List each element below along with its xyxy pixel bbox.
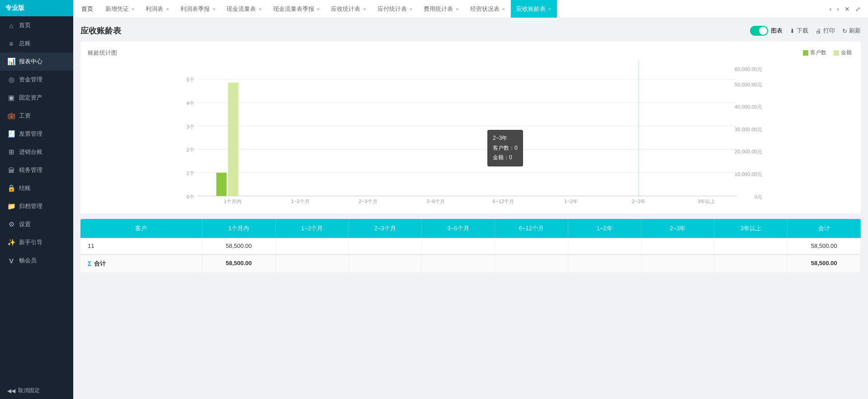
sidebar-item-vip[interactable]: V 畅会员 (0, 252, 73, 270)
svg-text:1个月内: 1个月内 (224, 199, 241, 204)
svg-text:3个: 3个 (187, 124, 194, 129)
tab-close-payable-stats[interactable]: × (410, 6, 412, 12)
tab-close-profit-quarter[interactable]: × (212, 6, 215, 12)
sidebar-item-tax[interactable]: 🏛 税务管理 (0, 161, 73, 179)
chart-svg-container: 0个 1个 2个 3个 4个 5个 0元 10,000.00元 20,000.0… (88, 61, 854, 205)
chart-toggle[interactable]: 图表 (750, 26, 783, 36)
tab-expense-stats[interactable]: 费用统计表 × (418, 0, 464, 18)
tab-home[interactable]: 首页 (75, 0, 100, 18)
bar-m1-amount (228, 83, 238, 196)
tab-close-cashflow-quarter[interactable]: × (317, 6, 320, 12)
sidebar-item-settings[interactable]: ⚙ 设置 (0, 215, 73, 233)
sidebar-item-inventory[interactable]: ⊞ 进销台账 (0, 143, 73, 161)
download-button[interactable]: ⬇ 下载 (790, 27, 808, 35)
th-customer: 客户 (80, 219, 203, 238)
refresh-button[interactable]: ↻ 刷新 (842, 27, 861, 35)
guide-icon: ✨ (7, 238, 15, 247)
vip-icon: V (7, 257, 15, 265)
tab-close-expense-stats[interactable]: × (456, 6, 458, 12)
sidebar-item-label: 结账 (19, 184, 31, 192)
svg-text:60,000.00元: 60,000.00元 (735, 66, 762, 72)
tab-close-cashflow[interactable]: × (259, 6, 261, 12)
tab-next-button[interactable]: › (835, 5, 841, 14)
tab-receivable-stats[interactable]: 应收统计表 × (326, 0, 372, 18)
td-total: 58,500.00 (788, 238, 861, 254)
sidebar-item-invoice[interactable]: 🧾 发票管理 (0, 125, 73, 143)
table-header: 客户 1个月内 1~2个月 2~3个月 3~6个月 6~12个月 1~2年 2~… (80, 219, 861, 238)
sidebar-item-label: 发票管理 (19, 130, 42, 138)
tab-cashflow-quarter[interactable]: 现金流量表季报 × (268, 0, 326, 18)
sidebar-item-label: 总账 (19, 39, 31, 48)
sidebar-item-ledger[interactable]: ≡ 总账 (0, 34, 73, 52)
th-m6-12: 6~12个月 (495, 219, 568, 238)
sidebar-unpin-button[interactable]: ◀◀ 取消固定 (0, 382, 73, 399)
td-y2-3 (642, 238, 715, 254)
main-content: 首页 新增凭证 × 利润表 × 利润表季报 × 现金流量表 × 现金流量表季报 … (73, 0, 868, 399)
tab-expand-button[interactable]: ⤢ (854, 5, 863, 14)
chart-legend: 客户数 金额 (803, 49, 852, 57)
sidebar-item-closing[interactable]: 🔒 结账 (0, 179, 73, 197)
svg-text:50,000.00元: 50,000.00元 (735, 82, 762, 87)
tab-close-profit[interactable]: × (166, 6, 169, 12)
sidebar-item-label: 资金管理 (19, 76, 42, 84)
svg-text:1~2年: 1~2年 (564, 199, 578, 204)
td-y3plus (714, 238, 788, 254)
chart-area: 账龄统计图 客户数 金额 0个 1个 2个 3个 (80, 42, 861, 214)
td-footer-total: 58,500.00 (788, 255, 861, 272)
svg-text:2个: 2个 (187, 147, 194, 152)
print-button[interactable]: 🖨 打印 (816, 27, 835, 35)
tab-nav-buttons: ‹ › ✕ ⤢ (828, 5, 866, 14)
tab-payable-stats[interactable]: 应付统计表 × (372, 0, 418, 18)
sidebar-item-archive[interactable]: 📁 归档管理 (0, 197, 73, 215)
table-footer: Σ 合计 58,500.00 58,500.00 (80, 254, 861, 272)
svg-text:4个: 4个 (187, 100, 194, 106)
td-footer-m6-12 (495, 255, 568, 272)
tab-close-all-button[interactable]: ✕ (843, 5, 852, 14)
sidebar-item-salary[interactable]: 💼 工资 (0, 107, 73, 125)
tab-profit-quarter[interactable]: 利润表季报 × (175, 0, 221, 18)
tab-profit[interactable]: 利润表 × (140, 0, 175, 18)
toggle-knob[interactable] (750, 26, 768, 36)
tab-prev-button[interactable]: ‹ (828, 5, 834, 14)
sidebar-item-label: 新手引导 (19, 238, 42, 247)
svg-text:0个: 0个 (187, 194, 194, 200)
svg-text:1个: 1个 (187, 171, 194, 176)
td-m2-3 (349, 238, 422, 254)
sidebar-item-reports[interactable]: 📊 报表中心 (0, 52, 73, 71)
tab-aging[interactable]: 应收账龄表 × (511, 0, 557, 18)
sidebar-item-home[interactable]: ⌂ 首页 (0, 16, 73, 34)
svg-text:3年以上: 3年以上 (698, 199, 715, 204)
tab-cashflow[interactable]: 现金流量表 × (221, 0, 267, 18)
footer-label: 合计 (94, 260, 106, 268)
sidebar-item-label: 工资 (19, 112, 31, 120)
svg-text:40,000.00元: 40,000.00元 (735, 104, 762, 109)
sidebar-item-guide[interactable]: ✨ 新手引导 (0, 233, 73, 252)
chart-svg: 0个 1个 2个 3个 4个 5个 0元 10,000.00元 20,000.0… (88, 61, 854, 205)
svg-text:1~2个月: 1~2个月 (291, 199, 310, 204)
sidebar-item-label: 设置 (19, 220, 31, 228)
tab-voucher[interactable]: 新增凭证 × (100, 0, 140, 18)
unpin-icon: ◀◀ (7, 388, 15, 394)
home-icon: ⌂ (7, 22, 15, 29)
tab-close-voucher[interactable]: × (132, 6, 134, 12)
td-y1-2 (568, 238, 642, 254)
download-label: 下载 (797, 27, 808, 35)
tab-bar: 首页 新增凭证 × 利润表 × 利润表季报 × 现金流量表 × 现金流量表季报 … (73, 0, 868, 18)
tab-close-business-stats[interactable]: × (502, 6, 505, 12)
th-y2-3: 2~3年 (642, 219, 715, 238)
tab-close-receivable-stats[interactable]: × (363, 6, 366, 12)
legend-customers-label: 客户数 (810, 49, 826, 57)
svg-text:0元: 0元 (755, 194, 762, 200)
sidebar-item-funds[interactable]: ◎ 资金管理 (0, 71, 73, 89)
data-table: 客户 1个月内 1~2个月 2~3个月 3~6个月 6~12个月 1~2年 2~… (80, 219, 861, 272)
tab-business-stats[interactable]: 经营状况表 × (465, 0, 511, 18)
settings-icon: ⚙ (7, 220, 15, 228)
tab-close-aging[interactable]: × (548, 6, 551, 12)
svg-text:20,000.00元: 20,000.00元 (735, 149, 762, 154)
legend-amount: 金额 (834, 49, 852, 57)
sidebar-item-assets[interactable]: ▣ 固定资产 (0, 89, 73, 107)
td-footer-m1: 58,500.00 (203, 255, 276, 272)
page-content: 应收账龄表 图表 ⬇ 下载 🖨 打印 ↻ 刷新 (73, 18, 868, 399)
th-m1: 1个月内 (203, 219, 276, 238)
td-m3-6 (422, 238, 495, 254)
